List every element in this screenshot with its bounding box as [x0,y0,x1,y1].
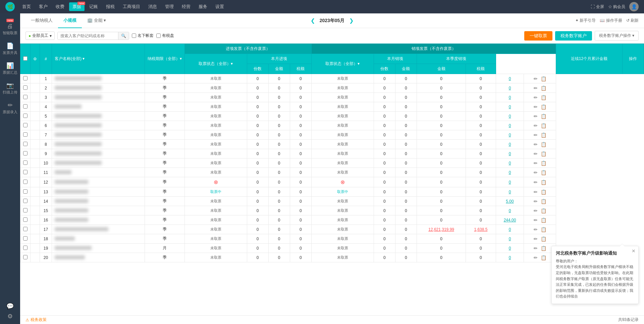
copy-btn[interactable]: 📋 [540,199,547,204]
nav-item-经营[interactable]: 经营 [178,2,194,11]
row-check[interactable] [20,93,31,102]
nav-item-服务[interactable]: 服务 [195,2,211,11]
edit-btn[interactable]: ✏ [533,180,539,185]
row-checkbox[interactable] [23,208,28,212]
tax-digital-account-btn[interactable]: 税务数字账户 [555,31,592,41]
row-checkbox[interactable] [23,160,28,165]
row-checkbox[interactable] [23,114,28,118]
row-check[interactable] [20,140,31,149]
row-check[interactable] [20,206,31,215]
edit-btn[interactable]: ✏ [533,227,539,232]
row-name[interactable] [52,215,145,225]
nav-item-记账[interactable]: 记账 [86,2,101,11]
row-check[interactable] [20,158,31,168]
edit-btn[interactable]: ✏ [533,170,539,175]
row-name[interactable] [52,225,145,234]
row-check[interactable] [20,74,31,83]
edit-btn[interactable]: ✏ [533,255,539,260]
copy-btn[interactable]: 📋 [540,142,547,147]
employee-select[interactable]: ● 全部员工 ▾ [25,31,55,40]
row-name[interactable] [52,244,145,253]
sidebar-item-票据汇总[interactable]: 📊票据汇总 [0,59,20,78]
copy-btn[interactable]: 📋 [540,132,547,138]
col-name-header[interactable]: 客户名称(全部) ▾ [52,44,145,74]
row-name[interactable] [52,187,145,197]
row-checkbox[interactable] [23,236,28,241]
edit-btn[interactable]: ✏ [533,236,539,242]
nav-item-客户[interactable]: 客户 [36,2,51,11]
edit-btn[interactable]: ✏ [533,217,539,223]
notice-close-btn[interactable]: ✕ [632,248,636,254]
taxdisk-checkbox[interactable] [156,34,161,38]
row-name[interactable] [52,197,145,206]
row-check[interactable] [20,234,31,244]
row-name[interactable] [52,93,145,102]
row-name[interactable] [52,102,145,112]
row-check[interactable] [20,225,31,234]
copy-btn[interactable]: 📋 [540,255,547,260]
copy-btn[interactable]: 📋 [540,180,547,185]
col-in-status[interactable]: 取票状态（全部）▾ [184,54,247,74]
fullscreen-btn[interactable]: ⛶ 全屏 [591,4,604,10]
row-checkbox[interactable] [23,255,28,259]
row-checkbox[interactable] [23,76,28,80]
edit-btn[interactable]: ✏ [533,142,539,147]
copy-btn[interactable]: 📋 [540,217,547,223]
row-checkbox[interactable] [23,85,28,90]
row-check[interactable] [20,83,31,93]
edit-btn[interactable]: ✏ [533,246,539,251]
copy-btn[interactable]: 📋 [540,114,547,119]
subledger-checkbox[interactable] [132,34,136,38]
tax-policy-bar[interactable]: ⚠ 税务政策 [25,317,47,323]
copy-btn[interactable]: 📋 [540,189,547,195]
copy-btn[interactable]: 📋 [540,95,547,100]
row-checkbox[interactable] [23,132,28,137]
prev-month-btn[interactable]: ❮ [309,17,317,24]
row-name[interactable] [52,234,145,244]
manual-btn[interactable]: 📖 操作手册 [600,18,622,23]
edit-btn[interactable]: ✏ [533,104,539,110]
refresh-btn[interactable]: ↺ 刷新 [626,18,639,23]
copy-btn[interactable]: 📋 [540,208,547,213]
copy-btn[interactable]: 📋 [540,227,547,232]
edit-btn[interactable]: ✏ [533,76,539,81]
copy-btn[interactable]: 📋 [540,170,547,175]
nav-item-工商项目[interactable]: 工商项目 [119,2,144,11]
row-checkbox[interactable] [23,151,28,155]
row-name[interactable] [52,149,145,158]
row-name[interactable] [52,206,145,215]
copy-btn[interactable]: 📋 [540,76,547,81]
search-input[interactable] [58,32,118,40]
row-checkbox[interactable] [23,104,28,109]
row-checkbox[interactable] [23,95,28,99]
nav-item-收费[interactable]: 收费 [52,2,68,11]
tax-digital-ops-btn[interactable]: 税务数字账户操作 ▾ [595,31,639,41]
nav-item-首页[interactable]: 首页 [19,2,34,11]
sidebar-item-智能取票[interactable]: new🖨智能取票 [0,16,20,38]
row-check[interactable] [20,112,31,121]
guide-btn[interactable]: ✦ 新手引导 [575,18,596,23]
row-check[interactable] [20,187,31,197]
edit-btn[interactable]: ✏ [533,123,539,128]
sub-nav-item-all[interactable]: 🏢 全能 ▾ [82,13,111,28]
avatar[interactable]: 👤 [629,2,639,11]
sidebar-bottom-icon[interactable]: ⚙ [7,313,13,320]
col-out-status[interactable]: 取票状态（全部）▾ [311,54,374,74]
copy-btn[interactable]: 📋 [540,246,547,251]
col-period-header[interactable]: 纳税期限（全部）▾ [145,44,184,74]
one-click-ticket-btn[interactable]: 一键取票 [524,31,552,41]
row-check[interactable] [20,253,31,262]
row-checkbox[interactable] [23,180,28,184]
row-name[interactable] [52,74,145,83]
row-check[interactable] [20,244,31,253]
nav-item-消息[interactable]: 消息 [145,2,160,11]
row-checkbox[interactable] [23,142,28,146]
row-checkbox[interactable] [23,123,28,127]
edit-btn[interactable]: ✏ [533,95,539,100]
edit-btn[interactable]: ✏ [533,199,539,204]
row-name[interactable] [52,140,145,149]
copy-btn[interactable]: 📋 [540,151,547,156]
copy-btn[interactable]: 📋 [540,85,547,91]
nav-item-票据[interactable]: 票据new [69,2,85,11]
checkbox-taxdisk[interactable]: 有税盘 [156,33,174,39]
